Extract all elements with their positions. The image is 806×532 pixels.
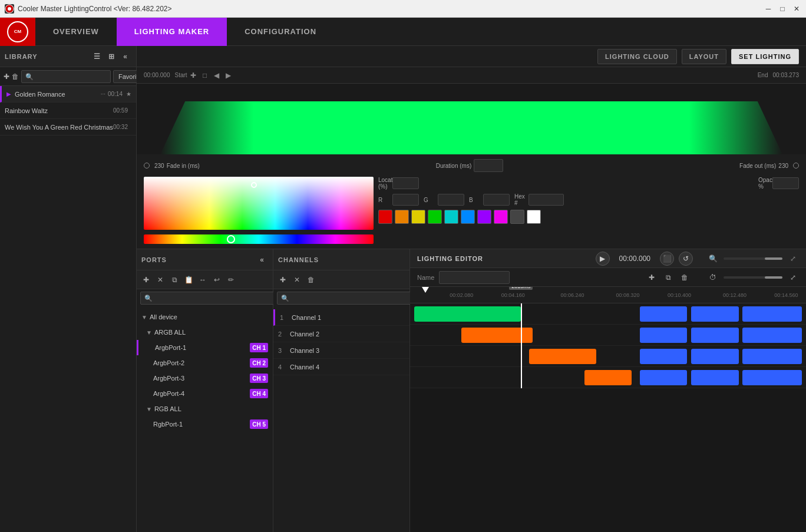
timeline-tracks — [410, 303, 806, 388]
clip-blue-1a[interactable] — [640, 306, 688, 322]
ports-search-input[interactable] — [140, 292, 276, 305]
next-keyframe-button[interactable]: ▶ — [223, 70, 234, 81]
add-port-button[interactable]: ✚ — [140, 274, 152, 286]
clip-blue-1c[interactable] — [742, 306, 802, 322]
move-port-button[interactable]: ↔ — [197, 274, 209, 286]
clip-orange-4[interactable] — [584, 370, 632, 385]
swatch-green[interactable] — [428, 210, 442, 224]
clip-blue-4b[interactable] — [691, 370, 739, 385]
channels-search-input[interactable] — [277, 292, 413, 305]
swatch-purple[interactable] — [477, 210, 491, 224]
swatch-cyan[interactable] — [444, 210, 458, 224]
swatch-pink[interactable] — [494, 210, 508, 224]
minimize-button[interactable]: ─ — [764, 5, 773, 13]
maximize-button[interactable]: □ — [778, 5, 787, 13]
set-lighting-button[interactable]: SET LIGHTING — [731, 49, 799, 64]
delete-effect-button[interactable]: 🗑 — [679, 272, 691, 283]
remove-channel-button[interactable]: ✕ — [291, 274, 303, 286]
location-input[interactable]: 0 — [392, 177, 419, 189]
argb-port-2-item[interactable]: ArgbPort-2 CH 2 — [137, 355, 273, 371]
delete-library-button[interactable]: 🗑 — [12, 71, 19, 82]
argb-port-3-item[interactable]: ArgbPort-3 CH 3 — [137, 371, 273, 386]
clip-blue-2c[interactable] — [742, 328, 802, 343]
play-button[interactable]: ▶ — [596, 252, 610, 266]
delete-keyframe-button[interactable]: □ — [199, 70, 211, 81]
argb-port-4-item[interactable]: ArgbPort-4 CH 4 — [137, 386, 273, 401]
add-channel-button[interactable]: ✚ — [277, 274, 289, 286]
list-view-button[interactable]: ☰ — [91, 51, 103, 62]
add-library-button[interactable]: ✚ — [4, 71, 9, 82]
list-item[interactable]: We Wish You A Green Red Christmas 00:32 — [0, 119, 136, 136]
tab-lighting-maker[interactable]: LIGHTING MAKER — [117, 18, 227, 46]
opacity-input[interactable]: 100 — [772, 177, 799, 189]
color-spectrum[interactable] — [144, 177, 374, 230]
layout-button[interactable]: LAYOUT — [682, 49, 726, 64]
swatch-white[interactable] — [527, 210, 541, 224]
spectrum-cursor — [251, 182, 257, 188]
clip-blue-3c[interactable] — [742, 349, 802, 364]
expand-icon: ▼ — [141, 314, 147, 320]
clip-blue-3b[interactable] — [691, 349, 739, 364]
channel-item[interactable]: 3 Channel 3 — [273, 342, 409, 359]
swatch-orange[interactable] — [395, 210, 409, 224]
list-item[interactable]: Rainbow Waltz 00:59 — [0, 103, 136, 119]
undo-port-button[interactable]: ↩ — [211, 274, 223, 286]
list-item[interactable]: ▶ Golden Romance ··· 00:14 ★ — [0, 86, 136, 103]
library-search-input[interactable] — [21, 70, 111, 83]
clip-blue-2a[interactable] — [640, 328, 688, 343]
argb-port-1-item[interactable]: ArgbPort-1 CH 1 — [137, 340, 273, 355]
expand-timeline-button[interactable]: ⤢ — [787, 272, 799, 283]
b-input[interactable]: 96 — [483, 194, 510, 206]
copy-port-button[interactable]: ⧉ — [169, 274, 180, 286]
paste-port-button[interactable]: 📋 — [183, 274, 194, 286]
delete-channel-button[interactable]: 🗑 — [305, 274, 317, 286]
add-keyframe-button[interactable]: ✚ — [187, 70, 199, 81]
edit-port-button[interactable]: ✏ — [225, 274, 237, 286]
grid-view-button[interactable]: ⊞ — [105, 51, 117, 62]
clip-blue-2b[interactable] — [691, 328, 739, 343]
add-effect-button[interactable]: ✚ — [646, 272, 658, 283]
clip-green-1[interactable] — [414, 306, 521, 322]
loop-button[interactable]: ↺ — [679, 252, 693, 266]
hex-input[interactable]: 00ff60 — [528, 194, 564, 206]
top-controls-bar: LIGHTING CLOUD LAYOUT SET LIGHTING — [137, 46, 806, 67]
prev-keyframe-button[interactable]: ◀ — [211, 70, 223, 81]
clip-blue-4a[interactable] — [640, 370, 688, 385]
tab-overview[interactable]: OVERVIEW — [35, 18, 117, 46]
channel-item[interactable]: 4 Channel 4 — [273, 359, 409, 375]
ruler-mark: 00:14.560 — [774, 292, 798, 298]
collapse-button[interactable]: « — [120, 51, 131, 62]
timeline-container[interactable]: 00:02.080 00:04.160 2813ms 00:06.240 00:… — [410, 287, 806, 532]
expand-editor-button[interactable]: ⤢ — [787, 253, 799, 265]
duration-input[interactable]: 2813 — [474, 159, 503, 172]
lighting-cloud-button[interactable]: LIGHTING CLOUD — [597, 49, 677, 64]
ports-collapse-button[interactable]: « — [256, 254, 268, 266]
stop-button[interactable]: ⬛ — [660, 252, 674, 266]
channel-item[interactable]: 2 Channel 2 — [273, 326, 409, 342]
all-device-item[interactable]: ▼ All device — [137, 309, 273, 325]
title-bar: Cooler Master LightingControl <Ver: 86.4… — [0, 0, 806, 18]
swatch-yellow[interactable] — [411, 210, 425, 224]
rgb-port-1-item[interactable]: RgbPort-1 CH 5 — [137, 417, 273, 432]
swatch-lightblue[interactable] — [461, 210, 475, 224]
clip-orange-3[interactable] — [529, 349, 596, 364]
remove-port-button[interactable]: ✕ — [154, 274, 166, 286]
rgb-all-item[interactable]: ▼ RGB ALL — [137, 401, 273, 417]
clip-blue-4c[interactable] — [742, 370, 802, 385]
tab-configuration[interactable]: CONFIGURATION — [227, 18, 334, 46]
timeline-scroll-track[interactable] — [724, 276, 782, 279]
r-input[interactable]: 0 — [392, 194, 419, 206]
effect-name-input[interactable]: Golden Romance — [439, 271, 510, 284]
argb-all-item[interactable]: ▼ ARGB ALL — [137, 325, 273, 340]
clip-blue-3a[interactable] — [640, 349, 688, 364]
clip-blue-1b[interactable] — [691, 306, 739, 322]
color-hue-bar[interactable] — [144, 234, 374, 244]
clip-orange-2[interactable] — [461, 328, 533, 343]
copy-effect-button[interactable]: ⧉ — [662, 272, 674, 283]
g-input[interactable]: 255 — [438, 194, 464, 206]
close-button[interactable]: ✕ — [792, 5, 801, 13]
zoom-scroll-track[interactable] — [724, 257, 782, 260]
swatch-darkgray[interactable] — [510, 210, 524, 224]
swatch-red[interactable] — [378, 210, 392, 224]
channel-item[interactable]: 1 Channel 1 — [273, 309, 409, 326]
